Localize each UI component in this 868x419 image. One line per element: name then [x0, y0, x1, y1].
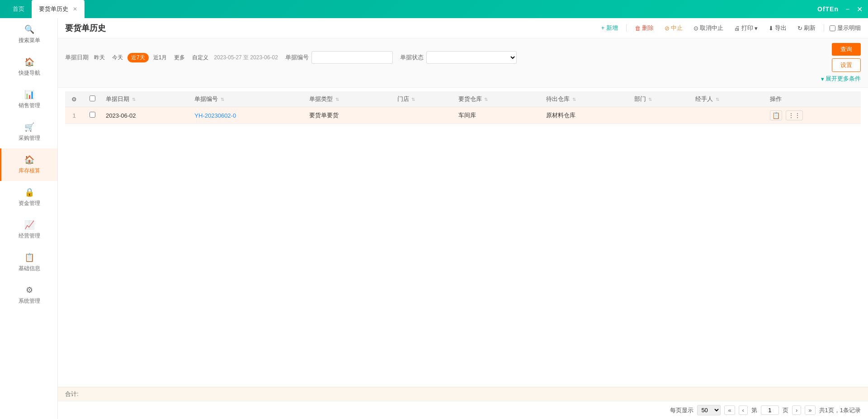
filter-row-1: 单据日期 昨天 今天 近7天 近1月 更多 自定义 2023-05-27 至 2…	[65, 43, 861, 72]
delete-icon: 🗑	[635, 25, 641, 32]
sidebar-item-inventory[interactable]: 🏠 库存核算	[0, 148, 57, 181]
th-date[interactable]: 单据日期 ⇅	[101, 91, 190, 107]
row-date: 2023-06-02	[101, 107, 190, 124]
sidebar-item-purchase[interactable]: 🛒 采购管理	[0, 116, 57, 148]
order-no-label: 单据编号	[285, 53, 309, 62]
status-select[interactable]	[426, 51, 517, 64]
sort-department-icon: ⇅	[648, 97, 652, 102]
th-order-no[interactable]: 单据编号 ⇅	[190, 91, 305, 107]
divider-1	[626, 24, 627, 32]
sidebar-item-label-finance: 资金管理	[19, 200, 40, 207]
finance-icon: 🔒	[24, 187, 34, 197]
th-department[interactable]: 部门 ⇅	[630, 91, 691, 107]
expand-conditions-button[interactable]: ▾ 展开更多条件	[821, 75, 861, 83]
sidebar-item-label-purchase: 采购管理	[19, 134, 40, 142]
next-page-button[interactable]: ›	[792, 405, 801, 415]
add-button[interactable]: + 新增	[599, 23, 621, 33]
divider-2	[824, 24, 824, 32]
prev-page-button[interactable]: ‹	[739, 405, 748, 415]
sidebar-item-search-menu[interactable]: 🔍 搜索菜单	[0, 18, 57, 51]
print-button[interactable]: 🖨 打印 ▾	[731, 23, 760, 33]
shortcut-today[interactable]: 今天	[109, 53, 126, 62]
close-window-icon[interactable]: ✕	[857, 5, 863, 14]
sidebar-item-label-quicknav: 快捷导航	[19, 69, 40, 77]
sidebar-item-sales[interactable]: 📊 销售管理	[0, 83, 57, 116]
minimize-icon[interactable]: －	[844, 5, 851, 14]
suspend-icon: ⊘	[665, 25, 670, 32]
sidebar-item-quick-nav[interactable]: 🏠 快捷导航	[0, 51, 57, 83]
page-unit: 页	[783, 406, 788, 414]
th-checkbox[interactable]	[83, 91, 101, 107]
export-button[interactable]: ⬇ 导出	[766, 23, 789, 33]
sidebar: 🔍 搜索菜单 🏠 快捷导航 📊 销售管理 🛒 采购管理 🏠 库存核算 🔒 资金管…	[0, 18, 58, 419]
row-select-checkbox[interactable]	[90, 112, 95, 118]
first-page-button[interactable]: «	[724, 405, 735, 415]
cancel-suspend-button[interactable]: ⊙ 取消中止	[691, 23, 726, 33]
order-no-link[interactable]: YH-20230602-0	[194, 112, 236, 119]
shortcut-last1month[interactable]: 近1月	[151, 53, 170, 62]
refresh-button[interactable]: ↻ 刷新	[795, 23, 818, 33]
page-size-select[interactable]: 50 10 20 100	[697, 405, 721, 415]
th-handler[interactable]: 经手人 ⇅	[691, 91, 765, 107]
top-bar-right: OfTEn － ✕	[817, 5, 863, 14]
th-pending-warehouse[interactable]: 待出仓库 ⇅	[542, 91, 629, 107]
page-title: 要货单历史	[65, 23, 106, 33]
tab-requisition-history-label: 要货单历史	[39, 5, 68, 13]
shortcut-custom[interactable]: 自定义	[189, 53, 211, 62]
tab-home-label: 首页	[13, 5, 24, 13]
date-shortcuts: 昨天 今天 近7天 近1月 更多 自定义	[91, 53, 211, 62]
display-detail-toggle[interactable]: 显示明细	[830, 24, 861, 32]
suspend-button[interactable]: ⊘ 中止	[662, 23, 685, 33]
th-settings[interactable]: ⚙	[65, 91, 83, 107]
order-no-input[interactable]	[311, 51, 393, 64]
display-detail-checkbox[interactable]	[830, 25, 835, 31]
brand-label: OfTEn	[817, 5, 839, 13]
th-store[interactable]: 门店 ⇅	[393, 91, 454, 107]
table-row: 1 2023-06-02 YH-20230602-0 要货单要货 车间库 原材料…	[65, 107, 861, 124]
sidebar-item-label-inventory: 库存核算	[19, 167, 40, 175]
shortcut-last7[interactable]: 近7天	[127, 53, 149, 62]
row-pending-warehouse: 原材料仓库	[542, 107, 629, 124]
row-checkbox[interactable]	[83, 107, 101, 124]
sort-type-icon: ⇅	[335, 97, 339, 102]
more-icon[interactable]: ⋮⋮	[786, 110, 803, 120]
settings-button[interactable]: 设置	[832, 58, 861, 72]
quick-nav-icon: 🏠	[24, 57, 34, 67]
tab-requisition-history[interactable]: 要货单历史 ✕	[32, 0, 85, 18]
sidebar-item-base-info[interactable]: 📋 基础信息	[0, 246, 57, 279]
sort-orderno-icon: ⇅	[221, 97, 224, 102]
column-settings-icon[interactable]: ⚙	[71, 96, 77, 103]
date-label: 单据日期	[65, 53, 89, 62]
select-all-checkbox[interactable]	[90, 95, 95, 101]
th-type[interactable]: 单据类型 ⇅	[305, 91, 392, 107]
row-store	[393, 107, 454, 124]
page-number-input[interactable]	[761, 405, 779, 415]
toolbar: + 新增 🗑 删除 ⊘ 中止 ⊙ 取消中止 🖨 打印 ▾	[599, 23, 861, 33]
tab-home[interactable]: 首页	[5, 0, 32, 18]
sidebar-item-operations[interactable]: 📈 经营管理	[0, 214, 57, 246]
edit-icon[interactable]: 📋	[770, 110, 782, 120]
page-header: 要货单历史 + 新增 🗑 删除 ⊘ 中止 ⊙ 取消中止 🖨 打	[58, 18, 868, 38]
tab-close-icon[interactable]: ✕	[73, 6, 77, 12]
sort-pendingwarehouse-icon: ⇅	[572, 97, 576, 102]
sort-reqwarehouse-icon: ⇅	[484, 97, 488, 102]
sidebar-item-system[interactable]: ⚙ 系统管理	[0, 279, 57, 311]
filter-actions: 查询 设置	[832, 43, 861, 72]
page-label: 第	[751, 406, 757, 414]
th-req-warehouse[interactable]: 要货仓库 ⇅	[454, 91, 542, 107]
cancel-suspend-icon: ⊙	[693, 25, 698, 32]
sidebar-item-finance[interactable]: 🔒 资金管理	[0, 181, 57, 214]
shortcut-yesterday[interactable]: 昨天	[91, 53, 108, 62]
date-filter-group: 单据日期 昨天 今天 近7天 近1月 更多 自定义 2023-05-27 至 2…	[65, 53, 278, 62]
row-type: 要货单要货	[305, 107, 392, 124]
expand-icon: ▾	[821, 76, 824, 82]
operations-icon: 📈	[24, 220, 34, 230]
sidebar-item-label-sales: 销售管理	[19, 102, 40, 110]
row-handler	[691, 107, 765, 124]
query-button[interactable]: 查询	[832, 43, 861, 56]
last-page-button[interactable]: »	[805, 405, 815, 415]
top-bar: 首页 要货单历史 ✕ OfTEn － ✕	[0, 0, 868, 18]
delete-button[interactable]: 🗑 删除	[632, 23, 656, 33]
shortcut-more[interactable]: 更多	[171, 53, 188, 62]
search-menu-icon: 🔍	[24, 24, 34, 34]
